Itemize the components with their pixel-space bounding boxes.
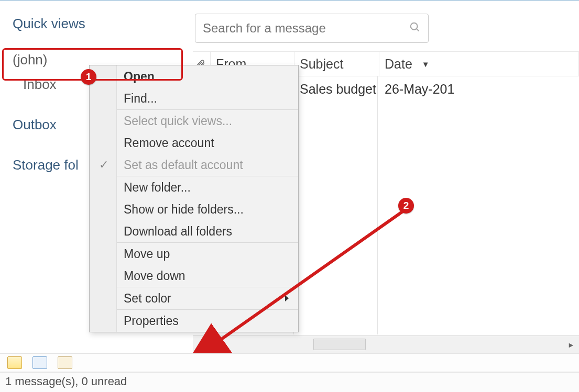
message-subject: Sales budget bbox=[294, 82, 379, 97]
status-bar: 1 message(s), 0 unread bbox=[0, 372, 579, 392]
column-date-label: Date bbox=[385, 57, 412, 72]
scroll-track[interactable] bbox=[209, 336, 563, 353]
message-date: 26-May-201 bbox=[379, 82, 579, 97]
annotation-badge-1: 1 bbox=[81, 69, 96, 85]
scroll-thumb[interactable] bbox=[313, 339, 366, 350]
menu-set-color-label: Set color bbox=[124, 292, 171, 306]
menu-remove-account[interactable]: Remove account bbox=[90, 132, 298, 154]
scroll-right-button[interactable]: ► bbox=[563, 336, 579, 353]
menu-set-default-label: Set as default account bbox=[124, 158, 243, 172]
menu-download-all-folders[interactable]: Download all folders bbox=[90, 220, 298, 242]
search-input[interactable] bbox=[203, 21, 409, 36]
menu-move-down[interactable]: Move down bbox=[90, 265, 298, 287]
menu-set-color[interactable]: Set color bbox=[90, 287, 298, 309]
search-box[interactable] bbox=[195, 14, 429, 43]
svg-line-1 bbox=[417, 29, 419, 31]
mail-view-icon[interactable] bbox=[7, 356, 22, 369]
menu-new-folder[interactable]: New folder... bbox=[90, 176, 298, 198]
column-subject[interactable]: Subject bbox=[294, 52, 379, 76]
menu-find[interactable]: Find... bbox=[90, 87, 298, 109]
menu-select-quick-views: Select quick views... bbox=[90, 110, 298, 132]
account-label: (john) bbox=[13, 52, 47, 68]
scroll-left-button[interactable]: ◄ bbox=[193, 336, 209, 353]
column-separator bbox=[377, 76, 378, 334]
menu-show-hide-folders[interactable]: Show or hide folders... bbox=[90, 198, 298, 220]
contacts-view-icon[interactable] bbox=[58, 356, 72, 369]
svg-point-0 bbox=[411, 23, 418, 30]
status-text: 1 message(s), 0 unread bbox=[5, 375, 127, 388]
calendar-view-icon[interactable] bbox=[32, 356, 47, 369]
menu-move-up[interactable]: Move up bbox=[90, 243, 298, 265]
view-switch-bar bbox=[0, 353, 579, 372]
account-context-menu: Open Find... Select quick views... Remov… bbox=[89, 65, 299, 332]
sort-descending-icon: ▼ bbox=[422, 60, 430, 69]
annotation-badge-2: 2 bbox=[398, 198, 414, 214]
column-date[interactable]: Date ▼ bbox=[379, 52, 579, 76]
menu-open[interactable]: Open bbox=[90, 65, 298, 87]
search-icon[interactable] bbox=[409, 21, 421, 35]
check-icon: ✓ bbox=[99, 158, 108, 172]
submenu-arrow-icon bbox=[285, 295, 289, 301]
menu-set-default-account: ✓ Set as default account bbox=[90, 154, 298, 176]
horizontal-scrollbar[interactable]: ◄ ► bbox=[193, 335, 579, 353]
menu-properties[interactable]: Properties bbox=[90, 310, 298, 332]
quick-views-header[interactable]: Quick views bbox=[0, 2, 193, 32]
